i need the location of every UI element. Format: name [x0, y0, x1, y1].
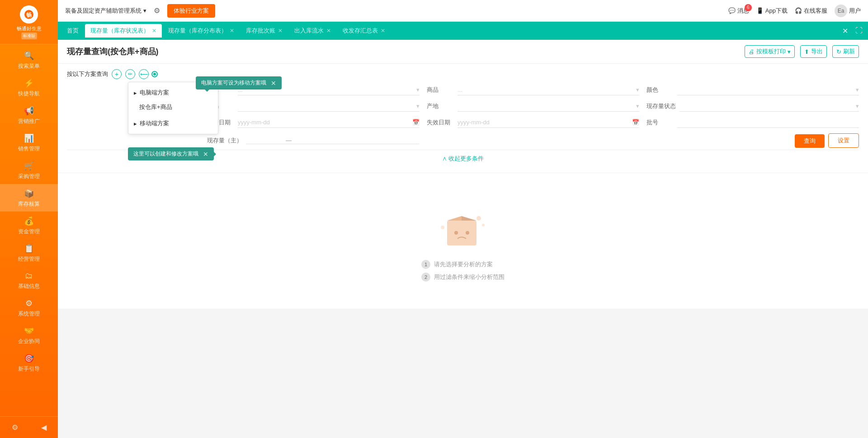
expire-date-field: 失效日期 yyyy-mm-dd 📅 [427, 117, 639, 128]
inventory-min-input[interactable] [246, 137, 282, 144]
tab-close-icon[interactable]: ✕ [326, 28, 331, 34]
sidebar-item-cooperation[interactable]: 🤝 企业协同 [0, 321, 58, 349]
collapse-sidebar-icon[interactable]: ◀ [39, 421, 48, 433]
messages-btn[interactable]: 💬 消息 6 [728, 7, 749, 15]
tab-close-icon[interactable]: ✕ [381, 28, 385, 34]
inventory-range: — [246, 137, 419, 144]
svg-rect-2 [447, 221, 476, 245]
tab-close-icon[interactable]: ✕ [152, 28, 156, 34]
size-select[interactable]: ▾ [238, 101, 420, 112]
color-field: 颜色 ▾ [646, 85, 859, 95]
scheme-tooltip-close[interactable]: ✕ [271, 80, 276, 87]
edit-scheme-btn[interactable]: ✏ [125, 69, 135, 79]
filter-row-4: 现存量（主） — 查询 设置 [207, 133, 859, 148]
sidebar-item-label: 销售管理 [18, 145, 40, 153]
add-scheme-btn[interactable]: + [112, 69, 122, 79]
tab-inventory-dist[interactable]: 现存量（库存分布表） ✕ [163, 24, 240, 38]
operations-icon: 📋 [24, 244, 34, 254]
export-btn[interactable]: ⬆ 导出 [800, 45, 827, 58]
app-logo-icon: 畅 [20, 5, 38, 24]
expand-icon: ▸ [134, 89, 137, 96]
sidebar-item-system[interactable]: ⚙ 系统管理 [0, 294, 58, 321]
sidebar-item-label: 快捷导航 [18, 90, 40, 98]
sidebar-item-purchase[interactable]: 🛒 采购管理 [0, 156, 58, 184]
filter-row-3: 生产日期 yyyy-mm-dd 📅 失效日期 yyyy-mm-dd 📅 [207, 117, 859, 128]
user-btn[interactable]: Ea 用户 [835, 5, 861, 17]
origin-label: 产地 [427, 102, 454, 110]
svg-text:畅: 畅 [26, 12, 32, 18]
create-tooltip-close[interactable]: ✕ [203, 151, 208, 158]
product-select[interactable]: ... ▾ [458, 85, 639, 95]
industry-btn[interactable]: 体验行业方案 [167, 4, 215, 18]
tab-close-icon[interactable]: ✕ [278, 28, 283, 34]
solution-group-mobile[interactable]: ▸ 移动端方案 [128, 117, 218, 130]
notification-badge: 6 [745, 4, 752, 11]
support-btn[interactable]: 🎧 在线客服 [795, 7, 827, 15]
inventory-icon: 📦 [24, 188, 34, 198]
inventory-status-select[interactable]: ▾ [679, 101, 859, 112]
svg-point-5 [476, 216, 481, 221]
print-label: 按模板打印 [756, 47, 786, 56]
system-title-dropdown[interactable]: 装备及固定资产辅助管理系统 ▾ [65, 7, 146, 15]
system-title-text: 装备及固定资产辅助管理系统 [65, 7, 142, 15]
header-right: 💬 消息 6 📱 App下载 🎧 在线客服 Ea 用户 [728, 5, 861, 17]
empty-step-2: 2 用过滤条件来缩小分析范围 [421, 273, 505, 282]
basic-info-icon: 🗂 [25, 271, 33, 281]
mobile-icon: 📱 [756, 7, 764, 14]
tab-close-all-icon[interactable]: ✕ [840, 25, 850, 37]
filter-row-2: 尺码 ▾ 产地 ▾ [207, 101, 859, 112]
batch-input[interactable] [677, 117, 859, 128]
page-actions: 🖨 按模板打印 ▾ ⬆ 导出 ↻ 刷新 [745, 45, 859, 58]
chevron-down-icon: ▾ [636, 86, 639, 93]
tab-batch-account[interactable]: 库存批次账 ✕ [241, 24, 288, 38]
step-2-num: 2 [421, 273, 430, 282]
set-btn[interactable]: 设置 [828, 133, 859, 148]
step-1-num: 1 [421, 260, 430, 269]
solution-item-warehouse-product[interactable]: 按仓库+商品 [128, 99, 218, 115]
sidebar-item-label: 库存核算 [18, 200, 40, 208]
search-btn[interactable]: 查询 [795, 134, 825, 148]
home-label: 首页 [67, 27, 79, 34]
product-field: 商品 ... ▾ [427, 85, 639, 95]
settings-icon[interactable]: ⚙ [10, 421, 20, 433]
chevron-down-icon: ▾ [143, 7, 146, 14]
back-scheme-btn[interactable]: ⟵ [139, 69, 149, 79]
sidebar-item-search-menu[interactable]: 🔍 搜索菜单 [0, 46, 58, 74]
sidebar-item-quick-nav[interactable]: ⚡ 快捷导航 [0, 74, 58, 101]
gear-icon[interactable]: ⚙ [154, 6, 160, 15]
print-btn[interactable]: 🖨 按模板打印 ▾ [745, 45, 795, 58]
sidebar-item-basic-info[interactable]: 🗂 基础信息 [0, 267, 58, 294]
calendar-icon2[interactable]: 📅 [632, 119, 639, 126]
filter-header: 按以下方案查询 + ✏ ⟵ [67, 69, 859, 79]
tab-home[interactable]: 首页 [61, 24, 84, 38]
tab-fullscreen-icon[interactable]: ⛶ [854, 25, 864, 37]
origin-select[interactable]: ▾ [458, 101, 639, 112]
app-download-btn[interactable]: 📱 App下载 [756, 7, 788, 15]
filter-row-1: 仓库 ... ▾ 商品 ... ▾ [207, 85, 859, 95]
sidebar-item-operations[interactable]: 📋 经营管理 [0, 239, 58, 267]
expire-date-placeholder: yyyy-mm-dd [458, 119, 490, 126]
inventory-max-input[interactable] [295, 137, 331, 144]
batch-label: 批号 [646, 118, 674, 127]
sidebar-item-marketing[interactable]: 📢 营销推广 [0, 101, 58, 129]
tab-collect-summary[interactable]: 收发存汇总表 ✕ [337, 24, 391, 38]
sidebar-item-finance[interactable]: 💰 资金管理 [0, 212, 58, 239]
batch-field: 批号 [646, 117, 859, 128]
produce-date-input[interactable]: yyyy-mm-dd 📅 [238, 117, 420, 128]
tab-inout-flow[interactable]: 出入库流水 ✕ [289, 24, 336, 38]
refresh-btn[interactable]: ↻ 刷新 [832, 45, 859, 58]
sidebar-item-guide[interactable]: 🎯 新手引导 [0, 349, 58, 377]
page-content: 现存量查询(按仓库+商品) 🖨 按模板打印 ▾ ⬆ 导出 ↻ 刷新 [58, 40, 868, 438]
tab-close-icon[interactable]: ✕ [230, 28, 234, 34]
expire-date-label: 失效日期 [427, 118, 454, 127]
sidebar-item-inventory[interactable]: 📦 库存核算 [0, 184, 58, 212]
color-select[interactable]: ▾ [677, 85, 859, 95]
tab-inventory-status[interactable]: 现存量（库存状况表） ✕ [85, 24, 162, 38]
calendar-icon[interactable]: 📅 [412, 119, 420, 126]
sidebar-item-sales[interactable]: 📊 销售管理 [0, 129, 58, 156]
tab-bar: 首页 现存量（库存状况表） ✕ 现存量（库存分布表） ✕ 库存批次账 ✕ 出入库… [58, 22, 868, 40]
scheme-tooltip: 电脑方案可设为移动方案哦 ✕ [196, 76, 282, 89]
top-header: 装备及固定资产辅助管理系统 ▾ ⚙ 体验行业方案 💬 消息 6 📱 App下载 … [58, 0, 868, 22]
user-label: 用户 [849, 7, 861, 15]
expire-date-input[interactable]: yyyy-mm-dd 📅 [458, 117, 639, 128]
